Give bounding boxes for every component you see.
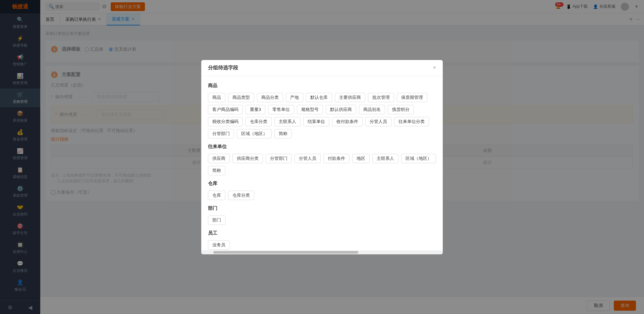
field-tag-warehouse-0[interactable]: 仓库 (208, 191, 225, 200)
field-tag-counterpart-4[interactable]: 付款条件 (323, 154, 350, 163)
field-tag-goods-11[interactable]: 规格型号 (297, 105, 323, 114)
field-tag-counterpart-3[interactable]: 分管人员 (294, 154, 321, 163)
field-group-warehouse: 仓库仓库分类 (208, 191, 436, 200)
field-group-department: 部门 (208, 215, 436, 225)
field-tag-goods-13[interactable]: 商品别名 (359, 105, 385, 114)
field-tag-goods-0[interactable]: 商品 (208, 93, 225, 102)
modal-dialog: 分组待选字段 × 商品商品商品类型商品分类产地默认仓库主要供应商批次管理保质期管… (201, 60, 443, 254)
field-tag-counterpart-6[interactable]: 主联系人 (372, 154, 398, 163)
field-tag-goods-14[interactable]: 拣货积分 (388, 105, 414, 114)
field-tag-goods-16[interactable]: 仓库分类 (246, 117, 272, 126)
field-tag-goods-19[interactable]: 收付款条件 (332, 117, 363, 126)
field-tag-counterpart-0[interactable]: 供应商 (208, 154, 230, 163)
field-tag-goods-23[interactable]: 区域（地区） (237, 129, 272, 138)
field-tag-counterpart-7[interactable]: 区域（地区） (401, 154, 436, 163)
modal-close-btn[interactable]: × (433, 65, 436, 71)
field-tag-department-0[interactable]: 部门 (208, 215, 225, 225)
field-tag-goods-24[interactable]: 简称 (274, 129, 292, 138)
field-group-goods: 商品商品类型商品分类产地默认仓库主要供应商批次管理保质期管理客户商品编码重量3零… (208, 93, 436, 138)
section-title-counterpart: 往来单位 (208, 144, 436, 150)
field-tag-goods-4[interactable]: 默认仓库 (306, 93, 332, 102)
modal-body: 商品商品商品类型商品分类产地默认仓库主要供应商批次管理保质期管理客户商品编码重量… (201, 76, 443, 250)
field-tag-goods-2[interactable]: 商品分类 (257, 93, 283, 102)
field-tag-goods-18[interactable]: 结算单位 (303, 117, 329, 126)
field-tag-goods-22[interactable]: 分管部门 (208, 129, 234, 138)
field-tag-goods-21[interactable]: 往来单位分类 (394, 117, 429, 126)
field-tag-goods-17[interactable]: 主联系人 (274, 117, 301, 126)
section-title-department: 部门 (208, 205, 436, 211)
modal-overlay: 分组待选字段 × 商品商品商品类型商品分类产地默认仓库主要供应商批次管理保质期管… (0, 0, 644, 314)
field-tag-counterpart-1[interactable]: 供应商分类 (232, 154, 263, 163)
field-tag-goods-12[interactable]: 默认供应商 (326, 105, 356, 114)
section-title-employee: 员工 (208, 230, 436, 236)
modal-header: 分组待选字段 × (201, 60, 443, 76)
field-tag-goods-3[interactable]: 产地 (286, 93, 303, 102)
field-tag-counterpart-2[interactable]: 分管部门 (266, 154, 292, 163)
field-tag-goods-15[interactable]: 税收分类编码 (208, 117, 243, 126)
field-tag-goods-9[interactable]: 重量3 (246, 105, 265, 114)
field-group-employee: 业务员 (208, 240, 436, 250)
field-group-counterpart: 供应商供应商分类分管部门分管人员付款条件地区主联系人区域（地区）简称 (208, 154, 436, 175)
field-tag-goods-6[interactable]: 批次管理 (368, 93, 394, 102)
field-tag-goods-1[interactable]: 商品类型 (228, 93, 254, 102)
modal-hscrollbar[interactable] (201, 250, 443, 254)
field-tag-goods-20[interactable]: 分管人员 (365, 117, 391, 126)
field-tag-counterpart-5[interactable]: 地区 (352, 154, 370, 163)
field-tag-goods-8[interactable]: 客户商品编码 (208, 105, 243, 114)
field-tag-goods-7[interactable]: 保质期管理 (397, 93, 427, 102)
field-tag-employee-0[interactable]: 业务员 (208, 240, 230, 250)
section-title-warehouse: 仓库 (208, 181, 436, 187)
field-tag-goods-10[interactable]: 零售单位 (268, 105, 294, 114)
modal-title: 分组待选字段 (208, 65, 238, 71)
field-tag-warehouse-1[interactable]: 仓库分类 (228, 191, 254, 200)
field-tag-counterpart-8[interactable]: 简称 (208, 166, 225, 175)
section-title-goods: 商品 (208, 83, 436, 89)
field-tag-goods-5[interactable]: 主要供应商 (335, 93, 365, 102)
